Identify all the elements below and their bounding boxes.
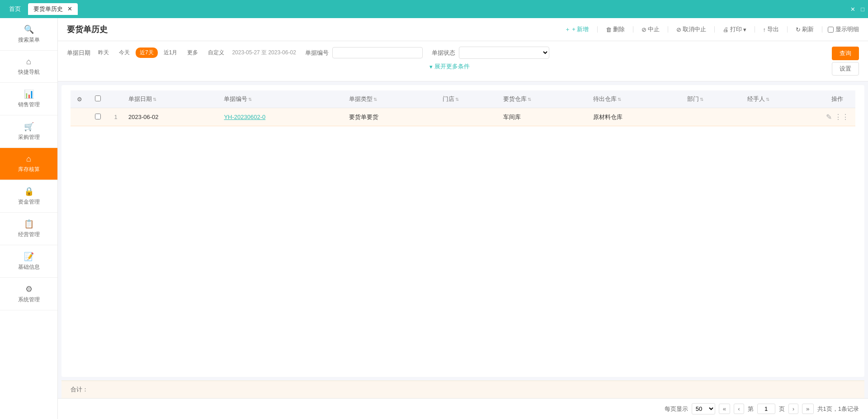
sidebar-item-quick-nav[interactable]: ⌂ 快捷导航 [0, 51, 57, 83]
print-icon: 🖨 [723, 26, 729, 33]
cell-doc-no[interactable]: YH-20230602-0 [220, 108, 345, 126]
refresh-button[interactable]: ↻ 刷新 [793, 24, 816, 35]
col-settings[interactable]: ⚙ [71, 90, 89, 108]
window-max-icon[interactable]: □ [861, 6, 864, 13]
filter-actions: 查询 设置 [832, 47, 859, 76]
delete-button[interactable]: 🗑 删除 [603, 24, 627, 35]
divider [714, 26, 715, 33]
sidebar-item-search-menu[interactable]: 🔍 搜索菜单 [0, 18, 57, 51]
toolbar: ＋ + 新增 🗑 删除 ⊘ 中止 ⊘ 取消中止 [562, 24, 859, 35]
sidebar-item-sales[interactable]: 📊 销售管理 [0, 83, 57, 115]
export-icon: ↑ [763, 26, 766, 33]
page-header: 要货单历史 ＋ + 新增 🗑 删除 ⊘ 中止 ⊘ [58, 18, 868, 41]
sidebar-item-inventory[interactable]: ⌂ 库存核算 [0, 148, 57, 180]
table-header-row: ⚙ 单据日期⇅ 单据编号⇅ 单据类型⇅ 门店⇅ 要货仓库⇅ 待出仓库⇅ 部门⇅ … [71, 90, 855, 108]
filter-area: 单据日期 昨天 今天 近7天 近1月 更多 自定义 2023-05-27 至 2… [58, 41, 868, 81]
export-button[interactable]: ↑ 导出 [760, 24, 782, 35]
new-button[interactable]: ＋ + 新增 [562, 24, 591, 35]
refresh-icon: ↻ [796, 26, 801, 33]
cell-store [439, 108, 499, 126]
date-filter-group: 单据日期 昨天 今天 近7天 近1月 更多 自定义 2023-05-27 至 2… [67, 48, 296, 58]
col-req-warehouse[interactable]: 要货仓库⇅ [500, 90, 590, 108]
expand-more[interactable]: ▾ 展开更多条件 [67, 62, 832, 71]
sidebar-item-operations[interactable]: 📋 经营管理 [0, 213, 57, 245]
date-btn-today[interactable]: 今天 [115, 48, 134, 58]
date-filter-label: 单据日期 [67, 49, 90, 57]
gear-icon: ⚙ [25, 284, 33, 294]
sidebar-item-purchase[interactable]: 🛒 采购管理 [0, 115, 57, 148]
col-index [107, 90, 125, 108]
more-icon[interactable]: ⋮⋮ [835, 113, 849, 121]
report-icon: 📋 [24, 219, 34, 229]
print-button[interactable]: 🖨 打印 ▾ [720, 24, 749, 35]
info-icon: 📝 [24, 252, 34, 262]
display-detail-input[interactable] [828, 27, 834, 33]
cell-pend-warehouse: 原材料仓库 [590, 108, 684, 126]
display-detail-checkbox[interactable]: 显示明细 [828, 25, 859, 33]
page-number-input[interactable] [757, 404, 775, 414]
cart-icon: 🛒 [24, 122, 34, 132]
doc-no-input[interactable] [332, 47, 423, 58]
requisition-table: ⚙ 单据日期⇅ 单据编号⇅ 单据类型⇅ 门店⇅ 要货仓库⇅ 待出仓库⇅ 部门⇅ … [71, 90, 855, 126]
chevron-down-icon: ▾ [429, 63, 433, 70]
query-button[interactable]: 查询 [832, 47, 859, 60]
cell-doc-type: 要货单要货 [345, 108, 439, 126]
window-close-icon[interactable]: ✕ [850, 6, 855, 13]
divider [755, 26, 755, 33]
tab-close-icon[interactable]: ✕ [67, 5, 72, 12]
col-doc-type[interactable]: 单据类型⇅ [345, 90, 439, 108]
settings-button[interactable]: 设置 [832, 62, 859, 76]
date-filter-buttons: 昨天 今天 近7天 近1月 更多 自定义 [94, 48, 228, 58]
last-page-button[interactable]: » [802, 404, 813, 414]
per-page-label: 每页显示 [665, 405, 688, 413]
stop-icon: ⊘ [642, 26, 646, 33]
pagination-summary: 共1页，1条记录 [817, 405, 859, 413]
cell-dept [684, 108, 744, 126]
stop-button[interactable]: ⊘ 中止 [639, 24, 662, 35]
status-filter-group: 单据状态 [432, 47, 549, 59]
action-icons: ✎ ⋮⋮ [823, 113, 852, 121]
status-select[interactable] [459, 47, 549, 59]
tab-home[interactable]: 首页 [4, 3, 26, 15]
page-title: 要货单历史 [67, 24, 108, 35]
pagination: 每页显示 50 100 « ‹ 第 页 › » 共1页，1条记录 [58, 398, 868, 419]
col-date[interactable]: 单据日期⇅ [125, 90, 220, 108]
col-handler[interactable]: 经手人⇅ [744, 90, 819, 108]
date-btn-7days[interactable]: 近7天 [136, 48, 158, 58]
table-footer: 合计： [61, 381, 864, 398]
date-btn-yesterday[interactable]: 昨天 [94, 48, 113, 58]
col-pend-warehouse[interactable]: 待出仓库⇅ [590, 90, 684, 108]
col-dept[interactable]: 部门⇅ [684, 90, 744, 108]
cell-settings [71, 108, 89, 126]
cell-action: ✎ ⋮⋮ [819, 108, 855, 126]
page-label-first: 第 [748, 405, 754, 413]
col-doc-no[interactable]: 单据编号⇅ [220, 90, 345, 108]
date-btn-1month[interactable]: 近1月 [160, 48, 182, 58]
sidebar-item-system[interactable]: ⚙ 系统管理 [0, 278, 57, 310]
cell-req-warehouse: 车间库 [500, 108, 590, 126]
date-btn-custom[interactable]: 自定义 [204, 48, 228, 58]
first-page-button[interactable]: « [719, 404, 730, 414]
cell-checkbox[interactable] [89, 108, 107, 126]
delete-icon: 🗑 [606, 26, 612, 33]
cell-date: 2023-06-02 [125, 108, 220, 126]
col-store[interactable]: 门店⇅ [439, 90, 499, 108]
sidebar-item-basic-info[interactable]: 📝 基础信息 [0, 245, 57, 278]
row-checkbox[interactable] [95, 114, 101, 119]
cancel-stop-button[interactable]: ⊘ 取消中止 [674, 24, 709, 35]
per-page-select[interactable]: 50 100 [692, 403, 715, 414]
tab-requisition-history[interactable]: 要货单历史 ✕ [28, 3, 78, 15]
next-page-button[interactable]: › [788, 404, 798, 414]
warehouse-icon: ⌂ [26, 154, 31, 164]
date-btn-more[interactable]: 更多 [183, 48, 202, 58]
content-area: 要货单历史 ＋ + 新增 🗑 删除 ⊘ 中止 ⊘ [58, 18, 868, 419]
divider [633, 26, 633, 33]
prev-page-button[interactable]: ‹ [734, 404, 744, 414]
lock-icon: 🔒 [24, 186, 34, 196]
select-all-checkbox[interactable] [95, 95, 101, 101]
date-range-display: 2023-05-27 至 2023-06-02 [232, 49, 296, 57]
print-dropdown-icon: ▾ [743, 26, 746, 33]
edit-icon[interactable]: ✎ [826, 113, 832, 121]
doc-no-label: 单据编号 [305, 49, 329, 57]
sidebar-item-finance[interactable]: 🔒 资金管理 [0, 180, 57, 213]
